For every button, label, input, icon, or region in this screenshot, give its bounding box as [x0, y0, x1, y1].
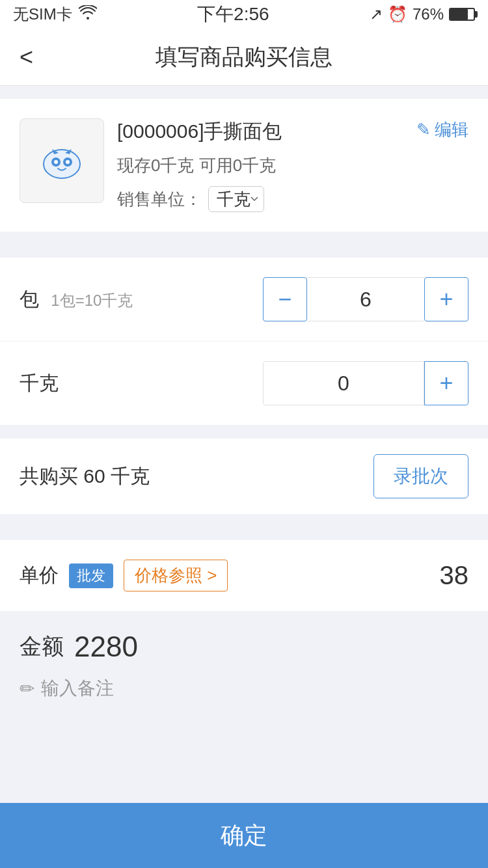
amount-label: 金额: [20, 632, 64, 662]
price-value: 38: [440, 561, 469, 590]
page-title: 填写商品购买信息: [156, 42, 332, 72]
unit-label: 销售单位：: [117, 188, 202, 211]
note-row[interactable]: ✏ 输入备注: [20, 676, 468, 701]
divider-2: [0, 514, 488, 527]
nav-bar: < 填写商品购买信息: [0, 29, 488, 86]
quantity-section: 包 1包=10千克 − + 千克 +: [0, 258, 488, 426]
price-label: 单价: [20, 562, 59, 589]
bao-label: 包 1包=10千克: [20, 286, 263, 313]
note-placeholder: 输入备注: [41, 676, 114, 701]
bao-increase-button[interactable]: +: [424, 277, 468, 321]
bao-hint: 1包=10千克: [51, 292, 133, 309]
note-icon: ✏: [20, 678, 34, 699]
price-row: 单价 批发 价格参照 > 38: [20, 560, 468, 591]
confirm-button[interactable]: 确定: [0, 803, 488, 868]
bao-decrease-button[interactable]: −: [263, 277, 307, 321]
price-tag: 批发: [69, 563, 113, 588]
amount-section: 金额 2280 ✏ 输入备注: [0, 611, 488, 720]
status-bar: 无SIM卡 下午2:56 ↗ ⏰ 76%: [0, 0, 488, 29]
summary-row: 共购买 60 千克 录批次: [0, 439, 488, 514]
alarm-icon: ⏰: [388, 5, 407, 23]
product-image: [20, 118, 104, 203]
product-name: [0000006]手撕面包: [117, 118, 468, 145]
battery-icon: [449, 8, 475, 21]
bao-quantity-control: − +: [263, 277, 468, 321]
edit-button[interactable]: ✎ 编辑: [416, 118, 468, 141]
kg-row: 千克 +: [0, 342, 488, 426]
record-batch-button[interactable]: 录批次: [373, 454, 468, 498]
amount-row: 金额 2280: [20, 631, 468, 663]
kg-quantity-input[interactable]: [263, 361, 424, 405]
bao-row: 包 1包=10千克 − +: [0, 258, 488, 342]
price-left: 单价 批发 价格参照 >: [20, 560, 228, 591]
unit-select[interactable]: 千克 包: [208, 186, 264, 212]
battery-percent: 76%: [413, 5, 444, 23]
product-card: [0000006]手撕面包 现存0千克 可用0千克 销售单位： 千克 包 ✎ 编…: [0, 99, 488, 232]
svg-point-3: [54, 160, 58, 164]
location-icon: ↗: [370, 5, 383, 23]
edit-label: 编辑: [435, 118, 468, 141]
status-right: ↗ ⏰ 76%: [370, 5, 475, 23]
price-reference-button[interactable]: 价格参照 >: [124, 560, 228, 591]
price-section: 单价 批发 价格参照 > 38: [0, 540, 488, 611]
status-time: 下午2:56: [197, 2, 269, 27]
product-unit: 销售单位： 千克 包: [117, 186, 468, 212]
edit-icon: ✎: [416, 120, 431, 140]
product-stock: 现存0千克 可用0千克: [117, 154, 468, 177]
amount-value: 2280: [74, 631, 138, 663]
summary-text: 共购买 60 千克: [20, 463, 150, 490]
kg-quantity-control: +: [263, 361, 468, 405]
status-left: 无SIM卡: [13, 4, 97, 25]
kg-label: 千克: [20, 370, 263, 397]
divider-1: [0, 232, 488, 245]
back-button[interactable]: <: [20, 44, 33, 71]
carrier-text: 无SIM卡: [13, 4, 72, 25]
kg-increase-button[interactable]: +: [424, 361, 468, 405]
svg-point-0: [44, 150, 80, 178]
svg-point-4: [66, 160, 70, 164]
wifi-icon: [79, 5, 97, 23]
bao-quantity-input[interactable]: [307, 277, 424, 321]
product-info: [0000006]手撕面包 现存0千克 可用0千克 销售单位： 千克 包: [117, 118, 468, 212]
